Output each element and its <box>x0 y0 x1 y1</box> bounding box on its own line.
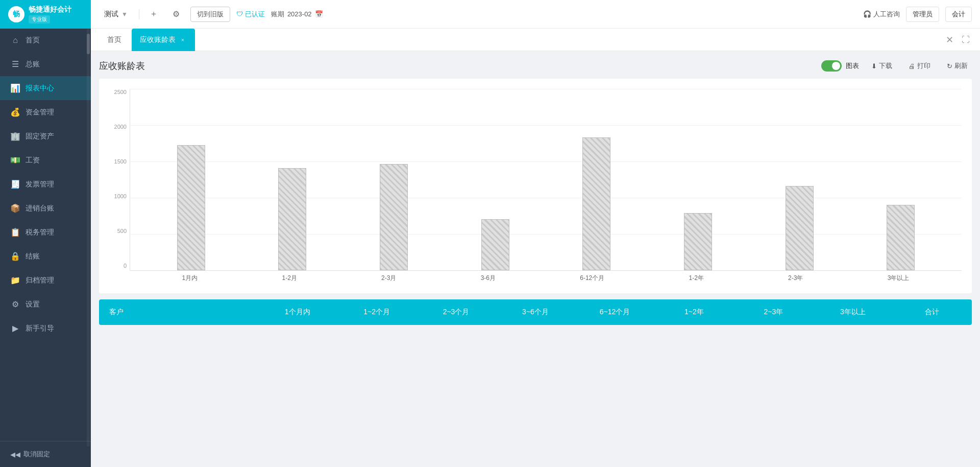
sidebar-label-assets: 固定资产 <box>26 132 54 141</box>
refresh-icon: ↻ <box>947 62 952 70</box>
bar-group-2-3month <box>380 164 408 270</box>
table-header-row: 客户1个月内1~2个月2~3个月3~6个月6~12个月1~2年2~3年3年以上合… <box>99 299 972 325</box>
consult-button[interactable]: 🎧 人工咨询 <box>863 10 900 19</box>
sidebar-scrollbar-thumb[interactable] <box>87 34 90 54</box>
company-selector[interactable]: 测试 ▼ <box>99 7 133 22</box>
content-area: 应收账龄表 图表 ⬇ 下载 🖨 打印 ↻ 刷新 <box>91 51 980 467</box>
chart-area: 0 500 1000 1500 2000 2500 <box>99 79 972 293</box>
tab-ar-aging-label: 应收账龄表 <box>140 35 176 44</box>
sidebar-label-closing: 结账 <box>26 252 40 261</box>
sidebar-icon-reports: 📊 <box>10 83 20 93</box>
sidebar-bottom: ◀◀ 取消固定 <box>0 441 91 467</box>
close-panel-button[interactable]: ✕ <box>944 32 955 48</box>
sidebar-label-archive: 归档管理 <box>26 276 54 285</box>
topbar: 测试 ▼ ＋ ⚙ 切到旧版 🛡 已认证 账期 2023-02 📅 🎧 人工咨询 … <box>91 0 980 29</box>
bar-2-3year <box>786 186 814 270</box>
sidebar-label-reports: 报表中心 <box>26 84 54 93</box>
sidebar-item-funds[interactable]: 💰 资金管理 <box>0 100 91 124</box>
app-name: 畅捷通好会计 <box>29 5 71 14</box>
sidebar-item-closing[interactable]: 🔒 结账 <box>0 244 91 268</box>
x-label-1month: 1月内 <box>182 274 198 283</box>
sidebar-item-home[interactable]: ⌂ 首页 <box>0 29 91 52</box>
bar-group-2-3year <box>786 186 814 270</box>
cert-status: 🛡 已认证 <box>236 10 265 19</box>
tab-home[interactable]: 首页 <box>99 29 130 51</box>
x-label-6-12month: 6-12个月 <box>580 274 604 283</box>
sidebar-icon-closing: 🔒 <box>10 251 20 261</box>
x-axis-labels: 1月内 1-2月 2-3月 3-6月 6-12个月 1-2年 2-3年 3年以上 <box>130 271 962 283</box>
company-name: 测试 <box>104 10 118 19</box>
sidebar-label-settings: 设置 <box>26 300 40 309</box>
sidebar-icon-archive: 📁 <box>10 275 20 285</box>
switch-version-button[interactable]: 切到旧版 <box>190 7 230 22</box>
bar-1-2year <box>684 213 712 270</box>
sidebar-item-reports[interactable]: 📊 报表中心 <box>0 76 91 100</box>
sidebar-label-payroll: 工资 <box>26 156 40 165</box>
sidebar-item-purchase[interactable]: 📦 进销台账 <box>0 196 91 220</box>
app-edition: 专业版 <box>29 15 50 24</box>
sidebar-item-payroll[interactable]: 💵 工资 <box>0 148 91 172</box>
chart-grid <box>130 89 962 271</box>
sidebar-item-guide[interactable]: ▶ 新手引导 <box>0 316 91 340</box>
x-label-2-3month: 2-3月 <box>381 274 396 283</box>
bar-group-1-2year <box>684 213 712 270</box>
sidebar-icon-funds: 💰 <box>10 107 20 117</box>
x-label-3year-plus: 3年以上 <box>888 274 910 283</box>
table-header-cell-0: 客户 <box>99 299 258 325</box>
tab-close-icon[interactable]: × <box>179 36 187 44</box>
sidebar-label-purchase: 进销台账 <box>26 204 54 213</box>
add-button[interactable]: ＋ <box>145 6 162 22</box>
pin-sidebar-button[interactable]: ◀◀ 取消固定 <box>8 447 83 462</box>
sidebar-item-assets[interactable]: 🏢 固定资产 <box>0 124 91 148</box>
tab-ar-aging[interactable]: 应收账龄表 × <box>132 29 195 51</box>
sidebar-icon-settings: ⚙ <box>10 299 20 309</box>
topbar-right: 🎧 人工咨询 管理员 会计 <box>863 7 972 22</box>
sidebar-label-home: 首页 <box>26 36 40 45</box>
sidebar: 畅 畅捷通好会计 专业版 ⌂ 首页 ☰ 总账 📊 报表中心 💰 资金管理 🏢 固… <box>0 0 91 467</box>
sidebar-item-tax[interactable]: 📋 税务管理 <box>0 220 91 244</box>
chart-toggle-switch[interactable] <box>821 60 842 72</box>
sidebar-icon-invoice: 🧾 <box>10 179 20 189</box>
period-display: 账期 2023-02 📅 <box>271 10 323 19</box>
sidebar-icon-tax: 📋 <box>10 227 20 237</box>
sidebar-icon-purchase: 📦 <box>10 203 20 213</box>
download-button[interactable]: ⬇ 下载 <box>867 59 896 73</box>
sidebar-icon-guide: ▶ <box>10 323 20 333</box>
bar-3-6month <box>481 219 509 270</box>
tabs-bar: 首页 应收账龄表 × ✕ ⛶ <box>91 29 980 51</box>
sidebar-nav: ⌂ 首页 ☰ 总账 📊 报表中心 💰 资金管理 🏢 固定资产 💵 工资 🧾 发票… <box>0 29 91 441</box>
chart-container: 0 500 1000 1500 2000 2500 <box>109 89 962 283</box>
sidebar-scrollbar-track[interactable] <box>87 29 90 447</box>
user-button[interactable]: 管理员 <box>906 7 939 22</box>
bar-1month <box>177 145 205 270</box>
settings-button[interactable]: ⚙ <box>168 6 184 22</box>
sidebar-item-settings[interactable]: ⚙ 设置 <box>0 292 91 316</box>
sidebar-item-archive[interactable]: 📁 归档管理 <box>0 268 91 292</box>
chart-plot: 1月内 1-2月 2-3月 3-6月 6-12个月 1-2年 2-3年 3年以上 <box>130 89 962 283</box>
page-actions: 图表 ⬇ 下载 🖨 打印 ↻ 刷新 <box>821 59 972 73</box>
bar-2-3month <box>380 164 408 270</box>
print-button[interactable]: 🖨 打印 <box>904 59 935 73</box>
grid-line-0 <box>130 89 962 89</box>
page-header: 应收账龄表 图表 ⬇ 下载 🖨 打印 ↻ 刷新 <box>99 59 972 73</box>
role-button[interactable]: 会计 <box>945 7 972 22</box>
print-icon: 🖨 <box>909 62 915 70</box>
table-header-cell-5: 6~12个月 <box>575 299 654 325</box>
bar-6-12month <box>582 137 610 270</box>
sidebar-label-invoice: 发票管理 <box>26 180 54 189</box>
expand-panel-button[interactable]: ⛶ <box>960 33 972 46</box>
bar-1-2month <box>278 168 306 270</box>
bar-3year-plus <box>887 205 915 270</box>
sidebar-item-ledger[interactable]: ☰ 总账 <box>0 52 91 76</box>
sidebar-item-invoice[interactable]: 🧾 发票管理 <box>0 172 91 196</box>
grid-line-1 <box>130 125 962 126</box>
x-label-2-3year: 2-3年 <box>788 274 803 283</box>
sidebar-label-guide: 新手引导 <box>26 324 54 333</box>
table-header-cell-8: 3年以上 <box>813 299 892 325</box>
refresh-button[interactable]: ↻ 刷新 <box>943 59 972 73</box>
pin-icon: ◀◀ <box>10 451 20 458</box>
calendar-icon[interactable]: 📅 <box>315 10 323 18</box>
sidebar-logo: 畅 畅捷通好会计 专业版 <box>0 0 91 29</box>
chart-toggle-label: 图表 <box>846 61 859 71</box>
headset-icon: 🎧 <box>863 10 871 18</box>
